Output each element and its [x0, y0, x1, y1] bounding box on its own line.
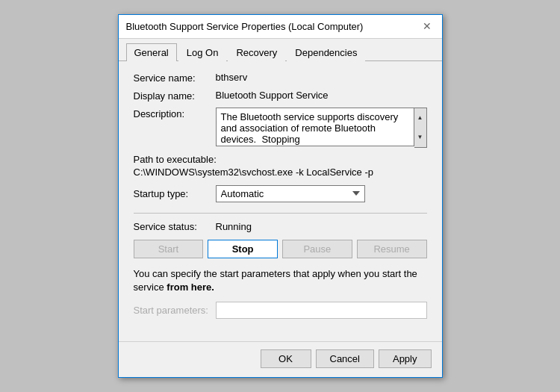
resume-button[interactable]: Resume: [357, 240, 427, 258]
params-label: Start parameters:: [134, 305, 216, 316]
params-input[interactable]: [216, 302, 427, 319]
tab-general[interactable]: General: [126, 43, 177, 61]
display-name-value: Bluetooth Support Service: [216, 90, 329, 101]
path-value: C:\WINDOWS\system32\svchost.exe -k Local…: [134, 167, 427, 178]
tab-content: Service name: bthserv Display name: Blue…: [119, 61, 442, 341]
close-button[interactable]: ✕: [420, 21, 435, 31]
divider: [134, 213, 427, 214]
path-row: Path to executable: C:\WINDOWS\system32\…: [134, 154, 427, 178]
tab-dependencies[interactable]: Dependencies: [287, 43, 365, 61]
hint-bold: from here.: [167, 281, 214, 293]
pause-button[interactable]: Pause: [282, 240, 352, 258]
params-row: Start parameters:: [134, 302, 427, 319]
scroll-up-button[interactable]: ▲: [414, 108, 426, 128]
tab-logon[interactable]: Log On: [178, 43, 227, 61]
service-name-value: bthserv: [216, 72, 248, 83]
hint-text: You can specify the start parameters tha…: [134, 267, 427, 294]
apply-button[interactable]: Apply: [379, 349, 432, 368]
startup-label: Startup type:: [134, 188, 216, 199]
description-textarea[interactable]: [216, 108, 414, 146]
tab-bar: General Log On Recovery Dependencies: [119, 39, 442, 61]
start-button[interactable]: Start: [134, 240, 204, 258]
title-bar: Bluetooth Support Service Properties (Lo…: [119, 15, 442, 39]
stop-button[interactable]: Stop: [208, 240, 278, 258]
tab-recovery[interactable]: Recovery: [228, 43, 285, 61]
display-name-label: Display name:: [134, 90, 216, 102]
status-value: Running: [216, 221, 252, 232]
status-row: Service status: Running: [134, 221, 427, 232]
startup-row: Startup type: Automatic Automatic (Delay…: [134, 185, 427, 202]
properties-dialog: Bluetooth Support Service Properties (Lo…: [118, 14, 443, 378]
cancel-button[interactable]: Cancel: [316, 349, 374, 368]
service-name-row: Service name: bthserv: [134, 72, 427, 84]
service-name-label: Service name:: [134, 72, 216, 84]
footer: OK Cancel Apply: [119, 341, 442, 377]
description-wrapper: ▲ ▼: [216, 108, 427, 148]
startup-select[interactable]: Automatic Automatic (Delayed Start) Manu…: [216, 185, 365, 202]
control-buttons-row: Start Stop Pause Resume: [134, 240, 427, 258]
path-label: Path to executable:: [134, 154, 427, 165]
dialog-title: Bluetooth Support Service Properties (Lo…: [126, 21, 364, 32]
display-name-row: Display name: Bluetooth Support Service: [134, 90, 427, 102]
status-label: Service status:: [134, 221, 216, 232]
description-label: Description:: [134, 108, 216, 119]
description-row: Description: ▲ ▼: [134, 108, 427, 148]
description-scrollbar[interactable]: ▲ ▼: [414, 108, 427, 148]
ok-button[interactable]: OK: [261, 349, 311, 368]
scroll-down-button[interactable]: ▼: [414, 128, 426, 147]
